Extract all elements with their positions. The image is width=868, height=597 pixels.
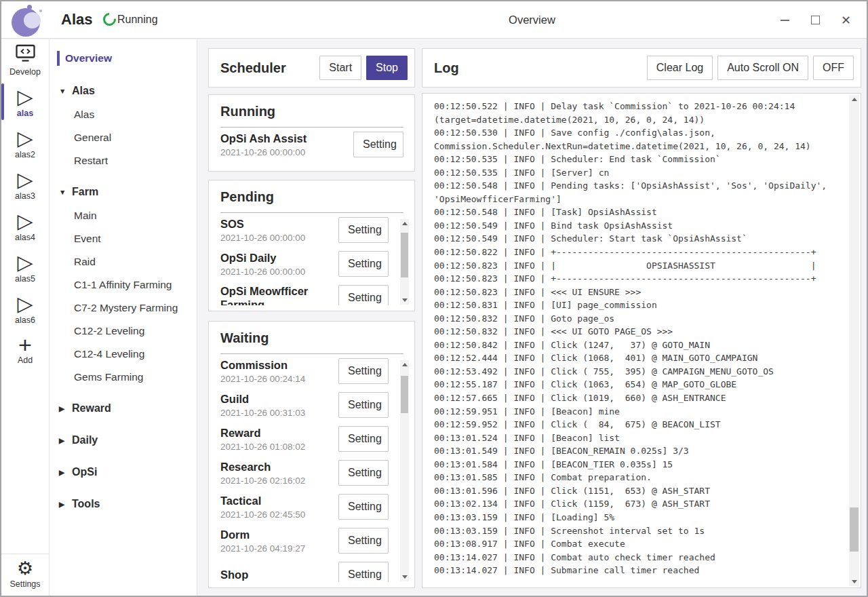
nav-item-alas[interactable]: Alas xyxy=(50,107,197,121)
nav-section-reward[interactable]: ▶Reward xyxy=(50,401,197,416)
log-scrollbar[interactable] xyxy=(849,95,859,586)
task-setting-button[interactable]: Setting xyxy=(338,392,389,418)
nav-section-tools[interactable]: ▶Tools xyxy=(50,497,197,512)
task-setting-button[interactable]: Setting xyxy=(338,494,389,520)
log-line: 00:12:59.952 | INFO | Click ( 84, 675) @… xyxy=(434,418,844,431)
task-setting-button[interactable]: Setting xyxy=(338,562,389,582)
gear-icon: ⚙ xyxy=(17,558,33,579)
scroll-up-icon[interactable] xyxy=(849,95,859,104)
task-setting-button[interactable]: Setting xyxy=(353,132,403,157)
autoscroll-on-button[interactable]: Auto Scroll ON xyxy=(717,56,808,80)
task-next-run-time: 2021-10-26 02:16:02 xyxy=(220,476,334,486)
nav-section-farm[interactable]: ▼Farm xyxy=(50,185,197,199)
alas-logo-icon xyxy=(10,3,44,37)
sidebar-item-label: Develop xyxy=(9,67,41,77)
scrollbar-thumb[interactable] xyxy=(401,233,408,277)
task-row: Commission2021-10-26 00:24:14Setting xyxy=(220,354,403,388)
log-line: 00:13:02.134 | INFO | Click (1159, 673) … xyxy=(434,497,844,511)
nav-item-c12-2-leveling[interactable]: C12-2 Leveling xyxy=(50,324,197,338)
nav-item-c12-4-leveling[interactable]: C12-4 Leveling xyxy=(50,347,197,361)
task-name: SOS xyxy=(220,217,334,231)
close-button[interactable]: ✕ xyxy=(831,7,861,34)
task-setting-button[interactable]: Setting xyxy=(338,251,389,277)
log-line: 00:13:01.524 | INFO | [Beacon] list xyxy=(434,431,844,445)
sidebar-item-label: alas2 xyxy=(15,150,35,159)
scroll-down-icon[interactable] xyxy=(400,296,409,305)
sidebar-item-label: alas xyxy=(17,109,33,118)
play-icon: ▷ xyxy=(17,293,33,315)
nav-item-restart[interactable]: Restart xyxy=(50,153,197,168)
scheduler-status: Running xyxy=(103,13,158,26)
waiting-scrollbar[interactable] xyxy=(400,360,409,581)
pending-panel: Pending SOS2021-10-26 00:00:00SettingOpS… xyxy=(208,180,415,311)
sidebar-item-label: alas3 xyxy=(15,191,35,201)
sidebar-item-alas5[interactable]: ▷alas5 xyxy=(1,247,49,288)
scrollbar-thumb[interactable] xyxy=(401,376,408,413)
log-line: 00:12:50.530 | INFO | Save config ./conf… xyxy=(434,126,844,140)
log-line: 00:12:50.535 | INFO | [Server] cn xyxy=(434,166,844,180)
log-line: 00:12:50.842 | INFO | Click (1247, 37) @… xyxy=(434,339,844,352)
chevron-right-icon: ▶ xyxy=(59,433,72,448)
maximize-button[interactable] xyxy=(800,7,831,34)
task-row: Research2021-10-26 02:16:02Setting xyxy=(220,456,403,490)
chevron-right-icon: ▶ xyxy=(59,401,72,416)
scrollbar-thumb[interactable] xyxy=(850,507,859,552)
sidebar-item-alas[interactable]: ▷alas xyxy=(1,81,49,122)
task-setting-button[interactable]: Setting xyxy=(338,528,389,554)
log-line: 00:12:57.665 | INFO | Click (1019, 660) … xyxy=(434,391,844,405)
sidebar-item-alas6[interactable]: ▷alas6 xyxy=(1,288,49,329)
nav-item-gems-farming[interactable]: Gems Farming xyxy=(50,370,197,384)
scroll-up-icon[interactable] xyxy=(400,360,409,369)
log-line: 00:12:59.951 | INFO | [Beacon] mine xyxy=(434,405,844,419)
task-row: Dorm2021-10-26 04:19:27Setting xyxy=(220,524,403,558)
task-next-run-time: 2021-10-26 04:19:27 xyxy=(220,543,334,554)
log-line: 00:12:55.187 | INFO | Click (1063, 654) … xyxy=(434,378,844,391)
nav-item-overview[interactable]: Overview xyxy=(50,50,197,66)
nav-section-opsi[interactable]: ▶OpSi xyxy=(50,465,197,480)
nav-item-raid[interactable]: Raid xyxy=(50,254,197,269)
autoscroll-off-button[interactable]: OFF xyxy=(813,56,854,80)
task-info: Guild2021-10-26 00:31:03 xyxy=(220,392,338,418)
task-nav: Overview ▼AlasAlasGeneralRestart▼FarmMai… xyxy=(50,39,197,596)
log-line: 00:12:52.444 | INFO | Click (1068, 401) … xyxy=(434,351,844,365)
log-line: 00:12:50.535 | INFO | Scheduler: End tas… xyxy=(434,153,844,166)
sidebar-item-develop[interactable]: Develop xyxy=(1,39,49,81)
nav-section-alas[interactable]: ▼Alas xyxy=(50,83,197,98)
nav-item-c1-1-affinity-farming[interactable]: C1-1 Affinity Farming xyxy=(50,277,197,292)
clear-log-button[interactable]: Clear Log xyxy=(647,56,713,80)
task-info: Reward2021-10-26 01:08:02 xyxy=(220,426,338,452)
task-setting-button[interactable]: Setting xyxy=(338,217,389,243)
task-setting-button[interactable]: Setting xyxy=(338,460,389,486)
minimize-button[interactable] xyxy=(770,7,800,34)
nav-section-daily[interactable]: ▶Daily xyxy=(50,433,197,448)
nav-item-main[interactable]: Main xyxy=(50,208,197,223)
sidebar-item-add[interactable]: +Add xyxy=(1,330,49,369)
page-title: Overview xyxy=(197,14,867,26)
nav-item-general[interactable]: General xyxy=(50,130,197,145)
task-row: Reward2021-10-26 01:08:02Setting xyxy=(220,422,403,456)
minimize-icon xyxy=(781,20,789,21)
pending-scrollbar[interactable] xyxy=(400,219,409,305)
log-line: 00:12:50.822 | INFO | +-----------------… xyxy=(434,246,844,259)
start-button[interactable]: Start xyxy=(319,56,361,80)
scroll-down-icon[interactable] xyxy=(849,577,859,586)
task-setting-button[interactable]: Setting xyxy=(338,426,389,452)
sidebar-item-alas2[interactable]: ▷alas2 xyxy=(1,123,49,163)
play-icon: ▷ xyxy=(17,169,33,191)
play-icon: ▷ xyxy=(17,252,33,273)
chevron-right-icon: ▶ xyxy=(59,497,72,512)
sidebar-item-settings[interactable]: ⚙ Settings xyxy=(1,554,49,596)
task-setting-button[interactable]: Setting xyxy=(338,285,389,305)
scroll-down-icon[interactable] xyxy=(400,573,409,581)
nav-item-c7-2-mystery-farming[interactable]: C7-2 Mystery Farming xyxy=(50,301,197,315)
log-line: 00:13:14.027 | INFO | Combat auto check … xyxy=(434,551,844,564)
sidebar-item-alas3[interactable]: ▷alas3 xyxy=(1,164,49,205)
scroll-up-icon[interactable] xyxy=(400,219,409,228)
log-line: 00:12:50.549 | INFO | Scheduler: Start t… xyxy=(434,232,844,246)
stop-button[interactable]: Stop xyxy=(366,56,408,80)
nav-item-event[interactable]: Event xyxy=(50,231,197,246)
play-icon: ▷ xyxy=(17,86,33,108)
sidebar-item-alas4[interactable]: ▷alas4 xyxy=(1,206,49,246)
task-next-run-time: 2021-10-26 00:00:00 xyxy=(220,267,334,277)
task-setting-button[interactable]: Setting xyxy=(338,358,389,384)
